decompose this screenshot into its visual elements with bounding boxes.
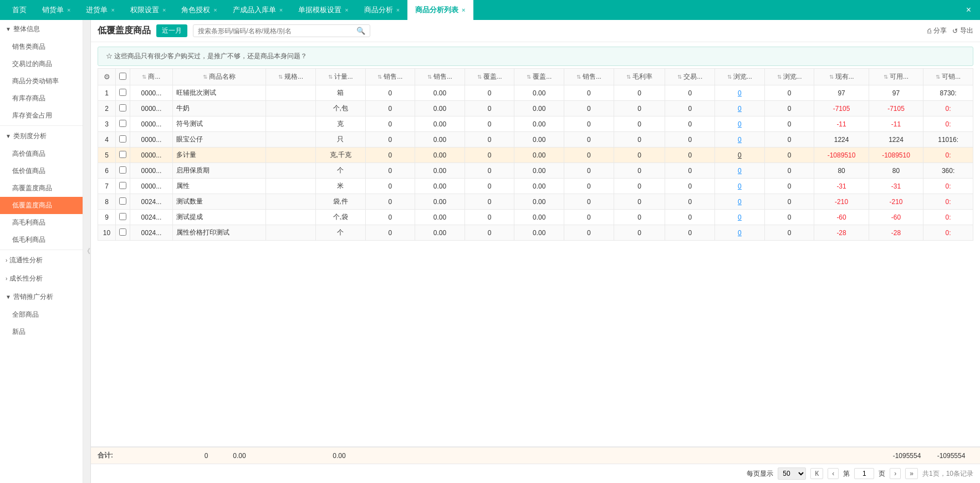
settings-icon[interactable]: ⚙ <box>104 73 110 81</box>
next-page-button[interactable]: › <box>890 468 901 479</box>
row-avail: -60 <box>869 210 923 225</box>
row-checkbox[interactable] <box>116 194 130 210</box>
period-button[interactable]: 近一月 <box>156 24 187 37</box>
first-page-button[interactable]: К <box>810 468 823 479</box>
sidebar-item-stocked-products[interactable]: 有库存商品 <box>0 90 83 107</box>
prev-page-button[interactable]: ‹ <box>828 468 839 479</box>
window-close-button[interactable]: × <box>962 5 976 15</box>
close-icon[interactable]: × <box>213 7 217 13</box>
sidebar-section-category[interactable]: ▼ 类别度分析 <box>0 127 83 145</box>
row-view1[interactable]: 0 <box>715 210 765 225</box>
col-sort-icon: ⇅ <box>626 74 631 80</box>
sidebar-item-low-coverage[interactable]: 低覆盖度商品 <box>0 197 83 214</box>
col-saleable[interactable]: ⇅可销... <box>923 69 973 85</box>
sidebar-section-circulation[interactable]: › 流通性分析 <box>0 251 83 270</box>
col-checkbox[interactable] <box>116 69 130 85</box>
row-checkbox[interactable] <box>116 116 130 132</box>
sidebar-item-category-rate[interactable]: 商品分类动销率 <box>0 73 83 90</box>
row-checkbox[interactable] <box>116 132 130 148</box>
col-sales-amt[interactable]: ⇅销售... <box>415 69 465 85</box>
row-checkbox[interactable] <box>116 163 130 179</box>
col-cover1[interactable]: ⇅覆盖... <box>465 69 514 85</box>
nav-tab-product-analysis[interactable]: 商品分析 × <box>356 0 407 20</box>
sidebar-collapse-button[interactable]: 《 <box>83 20 91 483</box>
col-code[interactable]: ⇅商... <box>130 69 173 85</box>
select-all-checkbox[interactable] <box>119 73 126 80</box>
col-gross[interactable]: ⇅毛利率 <box>614 69 665 85</box>
close-icon[interactable]: × <box>67 7 70 13</box>
col-avail[interactable]: ⇅可用... <box>869 69 923 85</box>
sidebar-section-growth[interactable]: › 成长性分析 <box>0 270 83 288</box>
close-icon[interactable]: × <box>396 7 400 13</box>
sidebar-item-low-value[interactable]: 低价值商品 <box>0 162 83 180</box>
col-spec[interactable]: ⇅规格... <box>266 69 316 85</box>
export-button[interactable]: ↺ 导出 <box>952 26 973 35</box>
last-page-button[interactable]: » <box>905 468 918 479</box>
col-trade[interactable]: ⇅交易... <box>665 69 715 85</box>
sidebar-item-high-value[interactable]: 高价值商品 <box>0 145 83 162</box>
search-input[interactable] <box>198 27 356 35</box>
row-checkbox[interactable] <box>116 225 130 241</box>
sidebar-item-high-margin[interactable]: 高毛利商品 <box>0 214 83 231</box>
close-icon[interactable]: × <box>162 7 166 13</box>
row-view1[interactable]: 0 <box>715 116 765 132</box>
row-checkbox[interactable] <box>116 101 130 116</box>
sidebar-item-all-products[interactable]: 全部商品 <box>0 306 83 323</box>
nav-tab-home[interactable]: 首页 <box>4 0 34 20</box>
row-gross: 0 <box>614 116 665 132</box>
nav-tab-sales[interactable]: 销货单 × <box>34 0 78 20</box>
chevron-down-icon: ▼ <box>6 133 11 139</box>
row-saleable: 8730: <box>923 85 973 101</box>
sidebar-item-new-products[interactable]: 新品 <box>0 323 83 340</box>
nav-tab-production[interactable]: 产成品入库单 × <box>225 0 290 20</box>
row-cover1: 0 <box>465 210 514 225</box>
search-box[interactable]: 🔍 <box>193 24 370 37</box>
nav-tab-purchase[interactable]: 进货单 × <box>78 0 122 20</box>
col-sales3[interactable]: ⇅销售... <box>564 69 614 85</box>
sidebar-item-traded-products[interactable]: 交易过的商品 <box>0 55 83 73</box>
col-unit[interactable]: ⇅计量... <box>315 69 365 85</box>
row-view1[interactable]: 0 <box>715 85 765 101</box>
per-page-select[interactable]: 50 100 200 <box>778 467 806 480</box>
close-icon[interactable]: × <box>279 7 283 13</box>
row-view1[interactable]: 0 <box>715 225 765 241</box>
row-sales-qty: 0 <box>365 148 415 163</box>
sidebar-item-low-margin[interactable]: 低毛利商品 <box>0 231 83 248</box>
row-checkbox[interactable] <box>116 85 130 101</box>
col-view2[interactable]: ⇅浏览... <box>764 69 814 85</box>
col-stock[interactable]: ⇅现有... <box>814 69 869 85</box>
share-button[interactable]: ⎙ 分享 <box>927 26 947 35</box>
sidebar-section-marketing[interactable]: ▼ 营销推广分析 <box>0 288 83 306</box>
row-view1[interactable]: 0 <box>715 101 765 116</box>
row-checkbox[interactable] <box>116 148 130 163</box>
row-checkbox[interactable] <box>116 179 130 194</box>
row-view1[interactable]: 0 <box>715 132 765 148</box>
row-view1[interactable]: 0 <box>715 179 765 194</box>
row-checkbox[interactable] <box>116 210 130 225</box>
nav-tab-product-analysis-list[interactable]: 商品分析列表 × <box>407 0 473 20</box>
row-view1[interactable]: 0 <box>715 194 765 210</box>
data-table-wrapper[interactable]: ⚙ ⇅商... ⇅商品名称 ⇅规格... <box>91 68 980 446</box>
col-cover2[interactable]: ⇅覆盖... <box>514 69 564 85</box>
row-view1[interactable]: 0 <box>715 148 765 163</box>
sidebar-section-label: 成长性分析 <box>9 274 43 283</box>
col-settings[interactable]: ⚙ <box>98 69 116 85</box>
col-sort-icon: ⇅ <box>377 74 382 80</box>
row-view1[interactable]: 0 <box>715 163 765 179</box>
sidebar-item-sales-products[interactable]: 销售类商品 <box>0 38 83 55</box>
close-icon[interactable]: × <box>111 7 114 13</box>
nav-tab-permissions[interactable]: 权限设置 × <box>122 0 173 20</box>
sidebar-item-high-coverage[interactable]: 高覆盖度商品 <box>0 180 83 197</box>
close-icon[interactable]: × <box>345 7 348 13</box>
col-sales-qty[interactable]: ⇅销售... <box>365 69 415 85</box>
col-view1[interactable]: ⇅浏览... <box>715 69 765 85</box>
page-number-input[interactable] <box>854 468 874 479</box>
close-icon[interactable]: × <box>462 7 465 13</box>
col-name[interactable]: ⇅商品名称 <box>172 69 266 85</box>
row-trade: 0 <box>665 225 715 241</box>
sidebar-item-stock-capital[interactable]: 库存资金占用 <box>0 107 83 124</box>
row-avail: 97 <box>869 85 923 101</box>
nav-tab-templates[interactable]: 单据模板设置 × <box>290 0 356 20</box>
nav-tab-roles[interactable]: 角色授权 × <box>173 0 224 20</box>
sidebar-section-overall[interactable]: ▼ 整体信息 <box>0 20 83 38</box>
